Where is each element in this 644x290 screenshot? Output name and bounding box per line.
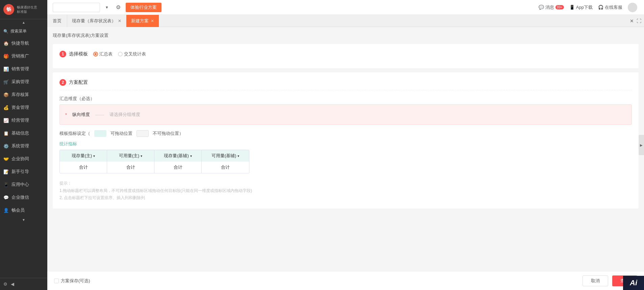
radio-summary[interactable]: 汇总表	[93, 51, 113, 57]
required-mark: *	[65, 112, 67, 117]
topbar-left: ▾ ⚙ 体验行业方案	[53, 3, 535, 12]
sidebar-item-operation[interactable]: 📈 经营管理	[0, 114, 47, 127]
dimension-label: 汇总维度（必选）	[59, 96, 632, 102]
sidebar-scroll-down[interactable]: ▼	[0, 217, 47, 223]
tab-expand-icon[interactable]: ⛶	[637, 18, 641, 24]
tab-new-scheme-close-icon[interactable]: ✕	[151, 19, 154, 23]
step2-number: 2	[59, 79, 66, 86]
user-avatar-button[interactable]	[628, 3, 639, 12]
logo-icon: 畅	[3, 4, 14, 15]
topbar-dropdown-icon[interactable]: ▾	[103, 3, 111, 11]
industry-solution-button[interactable]: 体验行业方案	[126, 3, 162, 12]
user-icon: 👤	[3, 208, 9, 213]
message-button[interactable]: 💬 消息 99+	[539, 4, 564, 10]
ai-badge[interactable]: Ai	[623, 276, 644, 290]
settings-icon[interactable]: ⚙	[3, 282, 7, 287]
online-service-button[interactable]: 🎧 在线客服	[598, 4, 622, 10]
radio-summary-label: 汇总表	[99, 51, 113, 57]
sidebar-item-inventory[interactable]: 📦 库存核算	[0, 88, 47, 101]
phone-icon: 📱	[3, 182, 9, 187]
sidebar-item-wechat[interactable]: 💬 企业微信	[0, 191, 47, 204]
sidebar-item-system[interactable]: ⚙️ 系统管理	[0, 140, 47, 152]
save-checkbox-box[interactable]	[54, 279, 59, 283]
chevron-down-icon-2: ▾	[141, 154, 142, 158]
topbar: ▾ ⚙ 体验行业方案 💬 消息 99+ 📱 App下载 🎧 在线客服	[47, 0, 644, 15]
collapse-icon[interactable]: ◀	[11, 282, 14, 287]
template-radio-group: 汇总表 交叉统计表	[93, 51, 146, 57]
guide-icon: 📝	[3, 169, 9, 174]
sidebar-item-quick-nav[interactable]: 🏠 快捷导航	[0, 37, 47, 50]
sidebar-item-newbie[interactable]: 📝 新手引导	[0, 165, 47, 178]
stats-col-3-header[interactable]: 现存量(基辅) ▾	[154, 150, 202, 162]
list-icon: 📋	[3, 131, 9, 136]
save-checkbox[interactable]: 方案保存(可选)	[54, 278, 90, 284]
undraggable-indicator	[137, 130, 149, 137]
dimension-box: * 纵向维度 —— 请选择分组维度	[59, 104, 632, 125]
tips-label: 提示：	[59, 180, 632, 187]
tab-close-window-icon[interactable]: ✕	[630, 18, 634, 24]
sidebar-item-search[interactable]: 🔍 搜索菜单	[0, 26, 47, 37]
avatar	[628, 3, 637, 12]
sidebar: 畅 畅康通好生意 标准版 ▲ 🔍 搜索菜单 🏠 快捷导航 🎁 营销推广 📊 销售…	[0, 0, 47, 290]
phone-download-icon: 📱	[569, 5, 575, 10]
dimension-name: 纵向维度	[72, 112, 90, 118]
tab-inventory-close-icon[interactable]: ✕	[118, 19, 121, 23]
step2-title: 方案配置	[69, 79, 88, 86]
step1-title: 选择模板	[69, 51, 88, 57]
topbar-gear-icon[interactable]: ⚙	[114, 3, 123, 12]
chart-icon: 📊	[3, 67, 9, 72]
stats-section-label: 统计指标	[59, 141, 632, 147]
dimension-row: * 纵向维度 —— 请选择分组维度	[65, 112, 626, 118]
box-icon: 📦	[3, 92, 9, 97]
money-icon: 💰	[3, 105, 9, 110]
tab-inventory-status[interactable]: 现存量（库存状况表） ✕	[67, 15, 126, 27]
tab-new-scheme[interactable]: 新建方案 ✕	[126, 15, 159, 27]
stats-col-3-body: 合计	[154, 162, 202, 173]
step1-number: 1	[59, 51, 66, 57]
sidebar-item-agreement[interactable]: 🤝 企业协同	[0, 152, 47, 165]
radio-summary-dot	[93, 52, 98, 56]
logo-text: 畅康通好生意 标准版	[17, 5, 37, 14]
tab-home[interactable]: 首页	[47, 15, 67, 27]
headset-icon: 🎧	[598, 5, 603, 10]
cancel-button[interactable]: 取消	[583, 275, 608, 286]
step2-card: 2 方案配置 汇总维度（必选） * 纵向维度 —— 请选择分组维度	[53, 72, 639, 209]
sidebar-item-basic[interactable]: 📋 基础信息	[0, 127, 47, 140]
tabbar: 首页 现存量（库存状况表） ✕ 新建方案 ✕ ✕ ⛶	[47, 15, 644, 27]
home-icon: 🏠	[3, 41, 9, 46]
sidebar-item-member[interactable]: 👤 畅会员	[0, 204, 47, 217]
stats-col-4-header[interactable]: 可用量(基辅) ▾	[202, 150, 249, 162]
tip-1: 1.拖动标题栏可以调整布局，不可跨维度或指标区域拖动任何目标段(只能在同一维度或…	[59, 187, 632, 195]
stats-col-4-body: 合计	[202, 162, 249, 173]
main-area: ▾ ⚙ 体验行业方案 💬 消息 99+ 📱 App下载 🎧 在线客服	[47, 0, 644, 290]
trend-icon: 📈	[3, 118, 9, 123]
radio-cross[interactable]: 交叉统计表	[118, 51, 146, 57]
sidebar-item-marketing[interactable]: 🎁 营销推广	[0, 50, 47, 63]
draggable-indicator	[94, 130, 106, 137]
save-checkbox-label: 方案保存(可选)	[61, 278, 90, 284]
message-icon: 💬	[539, 5, 544, 10]
stats-body-row: 合计 合计 合计 合计	[60, 162, 249, 173]
right-edge-button[interactable]: ▶	[639, 135, 644, 155]
sidebar-item-app-center[interactable]: 📱 应用中心	[0, 178, 47, 191]
page-title: 现存量(库存状况表)方案设置	[53, 32, 639, 39]
message-badge: 99+	[555, 5, 564, 9]
step2-header: 2 方案配置	[59, 79, 632, 86]
sidebar-logo: 畅 畅康通好生意 标准版	[0, 0, 47, 19]
sidebar-scroll-up[interactable]: ▲	[0, 19, 47, 26]
cart-icon: 🛒	[3, 79, 9, 84]
sidebar-bottom: ⚙ ◀	[0, 278, 47, 290]
bottom-bar: 方案保存(可选) 取消 查询	[47, 271, 644, 290]
topbar-right: 💬 消息 99+ 📱 App下载 🎧 在线客服	[539, 3, 639, 12]
sidebar-item-finance[interactable]: 💰 资金管理	[0, 101, 47, 114]
app-download-button[interactable]: 📱 App下载	[569, 4, 593, 10]
dimension-placeholder: 请选择分组维度	[109, 112, 140, 118]
sidebar-item-purchase[interactable]: 🛒 采购管理	[0, 75, 47, 88]
stats-col-2-header[interactable]: 可用量(主) ▾	[107, 150, 154, 162]
chat-icon: 💬	[3, 195, 9, 200]
step2-content: 汇总维度（必选） * 纵向维度 —— 请选择分组维度 模板指标设定（	[59, 90, 632, 202]
template-indicator: 模板指标设定（ 可拖动位置 不可拖动位置）	[59, 130, 632, 137]
stats-col-1-header[interactable]: 现存量(主) ▾	[60, 150, 107, 162]
sidebar-item-sales[interactable]: 📊 销售管理	[0, 63, 47, 75]
topbar-search-input[interactable]	[53, 3, 100, 12]
